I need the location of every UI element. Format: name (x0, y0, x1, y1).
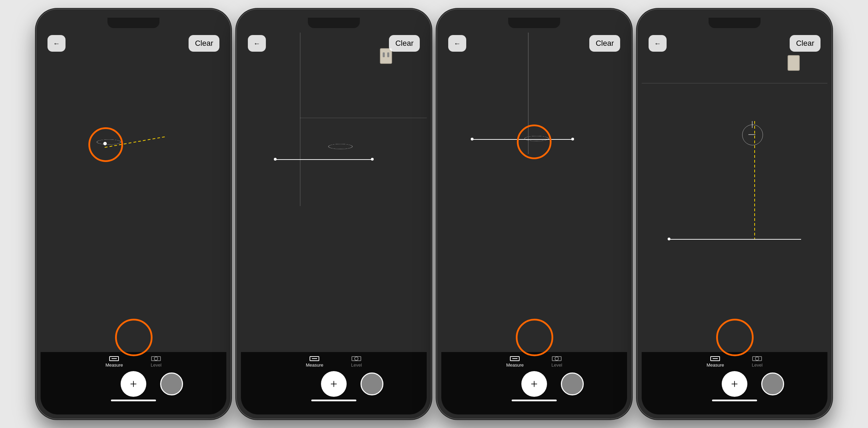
top-controls-3: ← Clear (441, 35, 627, 52)
ar-dot-left-3 (471, 138, 474, 140)
tab-measure-label-3: Measure (506, 362, 524, 368)
notch-3 (508, 18, 560, 28)
tab-level-label-4: Level (752, 362, 763, 368)
level-icon-3 (552, 356, 562, 361)
action-row-2: + (241, 371, 427, 397)
measure-icon-1 (109, 356, 119, 361)
measure-icon-4 (710, 356, 720, 361)
phone-3: 3' 3" ← Clear Measure (437, 9, 631, 419)
ar-cross-h (748, 134, 755, 135)
shutter-button-4[interactable] (761, 373, 784, 395)
tab-measure-label-1: Measure (105, 362, 123, 368)
phone-3-screen: 3' 3" ← Clear Measure (441, 14, 627, 414)
top-controls-4: ← Clear (642, 35, 827, 52)
shutter-button-1[interactable] (160, 373, 183, 395)
add-button-4[interactable]: + (722, 371, 747, 397)
level-icon-1 (151, 356, 161, 361)
clear-label-1: Clear (195, 39, 213, 48)
ar-crosshair-4 (742, 125, 763, 145)
measure-icon-2 (310, 356, 319, 361)
tab-row-4: Measure Level (642, 352, 827, 368)
corner-v-2 (300, 33, 301, 206)
outlet-4 (788, 55, 800, 71)
clear-label-2: Clear (395, 39, 414, 48)
tab-level-1[interactable]: Level (151, 356, 162, 368)
measure-line-2 (276, 159, 373, 160)
tab-measure-label-2: Measure (306, 362, 323, 368)
action-row-1: + (41, 371, 226, 397)
home-indicator-3 (512, 400, 557, 401)
measure-line-3 (472, 139, 573, 140)
back-button-4[interactable]: ← (649, 35, 667, 52)
tab-measure-2[interactable]: Measure (306, 356, 323, 368)
action-row-4: + (642, 371, 827, 397)
top-controls-1: ← Clear (41, 35, 226, 52)
tab-level-label-3: Level (552, 362, 562, 368)
back-icon-1: ← (53, 40, 60, 48)
notch-1 (107, 18, 159, 28)
tab-level-2[interactable]: Level (351, 356, 362, 368)
add-button-3[interactable]: + (521, 371, 547, 397)
ar-dot-left-2 (274, 158, 277, 161)
clear-label-3: Clear (596, 39, 614, 48)
rug-1 (47, 276, 219, 352)
measure-line-h-4 (669, 239, 801, 240)
home-indicator-2 (311, 400, 356, 401)
bottom-toolbar-3: Measure Level + (441, 352, 627, 414)
ar-dot-right-3 (571, 138, 574, 140)
back-icon-3: ← (454, 40, 461, 48)
phone-4-screen: 3' 4" 3' 3" ← Clear (642, 14, 827, 414)
home-indicator-1 (111, 400, 156, 401)
phone-1: 3' 3" ← Clear (36, 9, 231, 419)
clear-button-1[interactable]: Clear (189, 35, 219, 52)
tab-level-3[interactable]: Level (552, 356, 562, 368)
clear-button-4[interactable]: Clear (790, 35, 821, 52)
tab-level-4[interactable]: Level (752, 356, 763, 368)
clear-label-4: Clear (796, 39, 814, 48)
notch-4 (709, 18, 761, 28)
shutter-button-3[interactable] (561, 373, 584, 395)
notch-2 (308, 18, 360, 28)
tab-level-label-2: Level (351, 362, 362, 368)
clear-button-3[interactable]: Clear (589, 35, 620, 52)
measure-label-1: 3' 3" (120, 144, 137, 152)
tab-row-3: Measure Level (441, 352, 627, 368)
bottom-toolbar-2: Measure Level + (241, 352, 427, 414)
action-row-3: + (441, 371, 627, 397)
tab-row-1: Measure Level (41, 352, 226, 368)
ar-crosshair-1 (96, 139, 122, 145)
tab-measure-label-4: Measure (706, 362, 724, 368)
ar-crosshair-3 (524, 136, 550, 141)
top-controls-2: ← Clear (241, 35, 427, 52)
measure-label-h-4: 3' 3" (763, 241, 779, 249)
add-button-2[interactable]: + (321, 371, 347, 397)
tab-measure-4[interactable]: Measure (706, 356, 724, 368)
ar-dot-left-4 (668, 238, 670, 240)
ar-dot-right-2 (371, 158, 374, 161)
plus-icon-1: + (130, 378, 137, 390)
outlet-slot-right (387, 52, 389, 57)
back-button-2[interactable]: ← (248, 35, 266, 52)
add-button-1[interactable]: + (121, 371, 146, 397)
outlet-slot-left (383, 52, 385, 57)
ar-cross-v (752, 121, 753, 128)
clear-button-2[interactable]: Clear (389, 35, 420, 52)
back-icon-4: ← (654, 40, 661, 48)
measure-icon-3 (510, 356, 520, 361)
back-button-1[interactable]: ← (47, 35, 66, 52)
plus-icon-3: + (531, 378, 538, 390)
phone-2-screen: 3' 3" ← Clear Measure (241, 14, 427, 414)
ar-crosshair-2 (328, 144, 354, 149)
tab-measure-1[interactable]: Measure (105, 356, 123, 368)
plus-icon-2: + (330, 378, 337, 390)
tab-measure-3[interactable]: Measure (506, 356, 524, 368)
back-button-3[interactable]: ← (448, 35, 466, 52)
corner-h-2 (300, 118, 427, 118)
phone-4: 3' 4" 3' 3" ← Clear (637, 9, 832, 419)
level-icon-4 (752, 356, 762, 361)
shutter-button-2[interactable] (361, 373, 383, 395)
home-indicator-4 (712, 400, 757, 401)
bottom-toolbar-1: Measure Level + (41, 352, 226, 414)
bottom-toolbar-4: Measure Level + (642, 352, 827, 414)
plus-icon-4: + (731, 378, 738, 390)
